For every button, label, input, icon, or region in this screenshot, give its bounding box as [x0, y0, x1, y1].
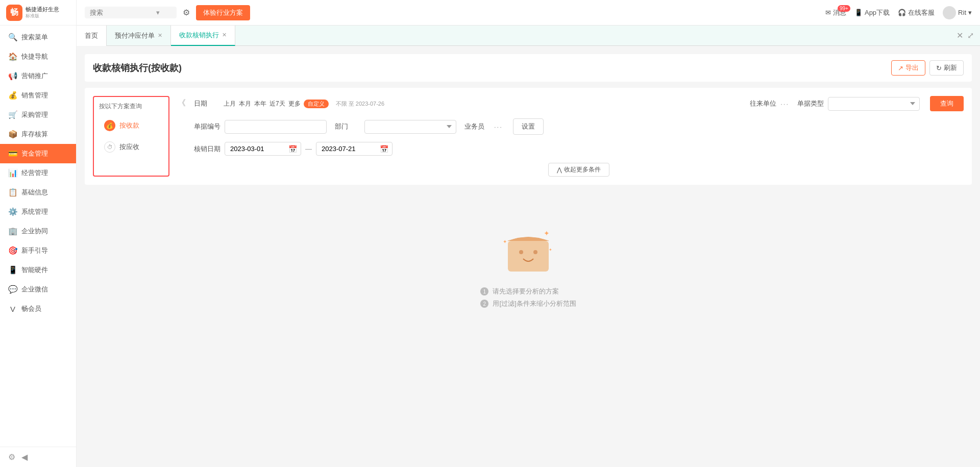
search-input[interactable]	[90, 9, 156, 16]
collapse-more-button[interactable]: ⋀ 收起更多条件	[548, 163, 609, 177]
tab-prepay[interactable]: 预付冲应付单 ✕	[107, 26, 171, 46]
sidebar-item-inventory[interactable]: 📦 库存核算	[0, 125, 76, 144]
refresh-label: 刷新	[944, 63, 957, 72]
export-button[interactable]: ↗ 导出	[891, 60, 925, 76]
date-shortcut-7days[interactable]: 近7天	[270, 100, 285, 108]
refresh-icon: ↻	[936, 64, 942, 72]
filter-row-1: 日期 上月 本月 本年 近7天 更多 自定义 不限 至 2023-07-26 往…	[194, 96, 964, 111]
filter-option-by-receipt[interactable]: 💰 按收款	[99, 116, 163, 135]
sidebar-item-system[interactable]: ⚙️ 系统管理	[0, 202, 76, 222]
close-all-tabs-icon[interactable]: ✕	[957, 31, 963, 40]
step1-text: 请先选择要分析的方案	[493, 287, 559, 296]
expand-icon[interactable]: ⤢	[967, 31, 974, 40]
write-off-date-field: 核销日期 📅 — 📅	[194, 142, 393, 156]
topbar-search-wrapper[interactable]: ▾	[85, 7, 177, 18]
tab-receipt-write-off[interactable]: 收款核销执行 ✕	[171, 26, 235, 46]
sidebar-item-sales[interactable]: 💰 销售管理	[0, 86, 76, 105]
guide-nav-icon: 🎯	[8, 246, 17, 255]
date-label: 日期	[194, 99, 219, 108]
enterprise-nav-label: 企业协同	[21, 227, 48, 236]
page-title: 收款核销执行(按收款)	[93, 62, 182, 74]
filter-option-by-receivable[interactable]: ⏱ 按应收	[99, 137, 163, 157]
date-field: 日期 上月 本月 本年 近7天 更多 自定义 不限 至 2023-07-26	[194, 99, 384, 108]
filter-fields: 日期 上月 本月 本年 近7天 更多 自定义 不限 至 2023-07-26 往…	[194, 96, 964, 177]
sidebar-item-basic[interactable]: 📋 基础信息	[0, 183, 76, 202]
query-button[interactable]: 查询	[930, 96, 964, 111]
collapse-sidebar-icon[interactable]: ◀	[21, 452, 28, 462]
date-shortcut-more[interactable]: 更多	[288, 100, 301, 108]
calendar-end-icon[interactable]: 📅	[380, 145, 388, 153]
date-shortcut-this-year[interactable]: 本年	[254, 100, 266, 108]
sidebar-item-search[interactable]: 🔍 搜索菜单	[0, 28, 76, 47]
sidebar-footer: ⚙ ◀	[0, 447, 76, 467]
sidebar-item-hardware[interactable]: 📱 智能硬件	[0, 260, 76, 280]
svg-rect-0	[508, 241, 549, 272]
tab-receipt-label: 收款核销执行	[179, 31, 219, 40]
tab-prepay-close-icon[interactable]: ✕	[158, 32, 162, 39]
topbar-gear-icon[interactable]: ⚙	[183, 8, 190, 17]
sidebar-item-finance[interactable]: 💳 资金管理	[0, 144, 76, 163]
app-download-button[interactable]: 📱 App下载	[854, 8, 890, 17]
sidebar-item-enterprise[interactable]: 🏢 企业协同	[0, 222, 76, 241]
employee-input[interactable]: ···	[494, 123, 503, 131]
empty-svg: ✦ ✦ ✦	[498, 215, 559, 277]
refresh-button[interactable]: ↻ 刷新	[929, 60, 964, 76]
sidebar-item-purchase[interactable]: 🛒 采购管理	[0, 105, 76, 125]
date-shortcut-last-month[interactable]: 上月	[224, 100, 236, 108]
marketing-nav-icon: 📢	[8, 71, 17, 81]
system-nav-icon: ⚙️	[8, 207, 17, 216]
empty-text: 1 请先选择要分析的方案 2 用[过滤]条件来缩小分析范围	[480, 287, 576, 311]
user-menu-button[interactable]: Rit ▾	[943, 6, 972, 19]
tab-home-label: 首页	[85, 31, 98, 40]
tab-receipt-close-icon[interactable]: ✕	[222, 32, 227, 38]
message-button[interactable]: ✉ 消息 99+	[825, 8, 846, 17]
solution-button[interactable]: 体验行业方案	[196, 5, 250, 20]
sales-nav-label: 销售管理	[21, 91, 48, 100]
search-chevron-icon[interactable]: ▾	[156, 9, 160, 16]
svg-point-1	[519, 250, 523, 254]
online-service-button[interactable]: 🎧 在线客服	[898, 8, 935, 17]
write-off-date-label: 核销日期	[194, 144, 220, 154]
settings-gear-icon[interactable]: ⚙	[8, 452, 15, 462]
user-avatar	[943, 6, 956, 19]
inventory-nav-icon: 📦	[8, 130, 17, 139]
calendar-start-icon[interactable]: 📅	[288, 145, 297, 153]
export-label: 导出	[905, 63, 919, 72]
empty-step1: 1 请先选择要分析的方案	[480, 287, 576, 296]
sidebar-item-business[interactable]: 📊 经营管理	[0, 163, 76, 183]
settings-button[interactable]: 设置	[513, 118, 544, 135]
basic-nav-label: 基础信息	[21, 188, 48, 197]
sidebar-item-quick-nav[interactable]: 🏠 快捷导航	[0, 47, 76, 66]
system-nav-label: 系统管理	[21, 207, 48, 216]
sidebar-item-wechat[interactable]: 💬 企业微信	[0, 280, 76, 299]
date-shortcut-custom[interactable]: 自定义	[304, 100, 329, 108]
by-receivable-icon: ⏱	[104, 141, 115, 153]
tab-home[interactable]: 首页	[77, 26, 107, 46]
filter-scheme-panel: 按以下方案查询 💰 按收款 ⏱ 按应收	[93, 96, 169, 177]
sidebar-item-guide[interactable]: 🎯 新手引导	[0, 241, 76, 260]
sidebar-item-marketing[interactable]: 📢 营销推广	[0, 66, 76, 86]
svg-point-2	[533, 250, 537, 254]
doc-no-input[interactable]	[225, 120, 327, 134]
filter-collapse-icon[interactable]: 《	[176, 96, 188, 177]
counterparty-input[interactable]: ···	[780, 100, 789, 108]
message-badge: 99+	[838, 5, 850, 12]
filter-row-2: 单据编号 部门 业务员 ··· 设置	[194, 118, 964, 135]
step2-num: 2	[480, 300, 488, 308]
collapse-chevron-icon: ⋀	[557, 166, 562, 174]
dept-select[interactable]	[364, 120, 456, 134]
date-shortcuts: 上月 本月 本年 近7天 更多 自定义	[224, 100, 329, 108]
tab-prepay-label: 预付冲应付单	[115, 31, 155, 40]
sidebar-logo: 畅 畅捷通好生意 标准版	[0, 0, 76, 26]
wechat-nav-icon: 💬	[8, 285, 17, 294]
empty-illustration: ✦ ✦ ✦	[498, 215, 559, 277]
page-header-actions: ↗ 导出 ↻ 刷新	[891, 60, 964, 76]
message-icon: ✉	[825, 9, 831, 16]
doc-type-select[interactable]	[828, 97, 920, 111]
empty-step2: 2 用[过滤]条件来缩小分析范围	[480, 299, 576, 308]
finance-nav-icon: 💳	[8, 149, 17, 158]
sidebar-item-member[interactable]: V 畅会员	[0, 299, 76, 318]
sidebar-nav: 🔍 搜索菜单 🏠 快捷导航 📢 营销推广 💰 销售管理 🛒 采购管理 📦 库存核…	[0, 26, 76, 447]
logo-badge: 标准版	[26, 13, 59, 19]
date-shortcut-this-month[interactable]: 本月	[239, 100, 251, 108]
